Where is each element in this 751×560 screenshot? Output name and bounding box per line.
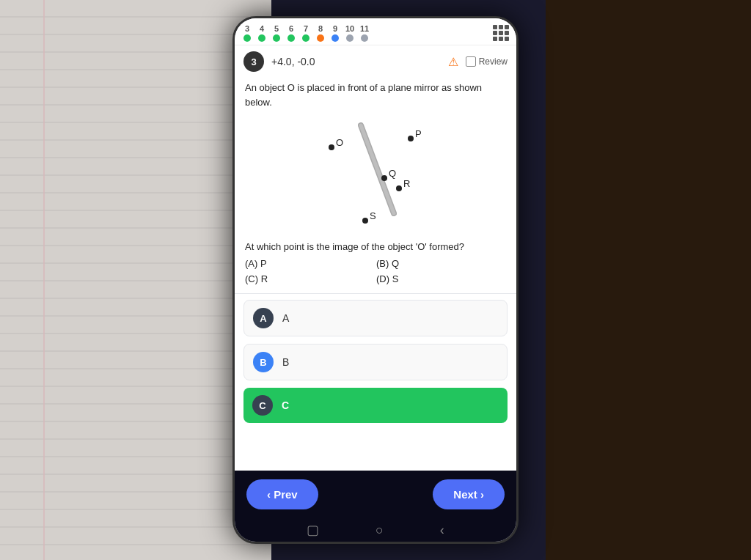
dot-7 <box>302 34 309 42</box>
review-label: Review <box>479 56 508 67</box>
android-home-btn[interactable]: ○ <box>376 523 384 538</box>
nav-dots-bar: 3 4 5 6 7 8 9 <box>235 18 516 45</box>
alert-icon[interactable]: ⚠ <box>448 55 458 69</box>
nav-item-8[interactable]: 8 <box>315 24 326 42</box>
android-back-btn[interactable]: ‹ <box>440 523 444 538</box>
answer-row-A[interactable]: A A <box>243 300 508 336</box>
nav-item-4[interactable]: 4 <box>257 24 267 42</box>
dot-6 <box>287 34 295 42</box>
option-A: (A) P <box>245 257 375 270</box>
phone-frame: 3 4 5 6 7 8 9 <box>232 16 519 544</box>
nav-item-9[interactable]: 9 <box>330 24 340 42</box>
option-B: (B) Q <box>376 257 506 270</box>
nav-item-3[interactable]: 3 <box>242 24 252 42</box>
nav-item-6[interactable]: 6 <box>286 24 296 42</box>
dot-10 <box>346 34 353 42</box>
prev-button[interactable]: ‹ Prev <box>246 479 318 509</box>
option-D: (D) S <box>376 272 506 286</box>
svg-point-7 <box>408 136 414 141</box>
grid-menu-icon[interactable] <box>493 25 509 41</box>
dot-5 <box>273 34 280 42</box>
options-grid: (A) P (B) Q (C) R (D) S <box>235 255 516 287</box>
next-button[interactable]: Next › <box>433 479 505 509</box>
svg-point-5 <box>329 144 334 150</box>
svg-text:R: R <box>403 178 410 189</box>
review-check-box[interactable] <box>466 56 476 67</box>
nav-item-7[interactable]: 7 <box>301 24 311 42</box>
svg-point-9 <box>381 175 387 181</box>
answer-badge-B: B <box>253 352 274 372</box>
nav-item-11[interactable]: 11 <box>359 24 370 42</box>
divider <box>235 293 516 294</box>
svg-text:P: P <box>415 128 422 139</box>
nav-item-5[interactable]: 5 <box>271 24 282 42</box>
bottom-navigation: ‹ Prev Next › <box>235 471 516 518</box>
review-checkbox[interactable]: Review <box>466 56 508 67</box>
question-body-text: An object O is placed in front of a plan… <box>235 78 516 115</box>
option-C: (C) R <box>245 272 375 286</box>
android-recent-btn[interactable]: ▢ <box>307 522 319 538</box>
answer-label-B: B <box>282 356 289 368</box>
svg-point-13 <box>362 218 368 224</box>
dot-8 <box>317 34 324 42</box>
answer-choices: A A B B <box>235 300 516 380</box>
svg-text:S: S <box>370 210 376 221</box>
bg-notebook <box>0 0 271 560</box>
bg-dark <box>546 0 751 560</box>
phone-screen: 3 4 5 6 7 8 9 <box>235 18 516 542</box>
dot-4 <box>258 34 265 42</box>
svg-rect-1 <box>0 0 271 560</box>
answer-badge-C: C <box>252 395 273 416</box>
answer-label-C: C <box>282 399 289 411</box>
dot-3 <box>243 34 251 42</box>
score-display: +4.0, -0.0 <box>271 56 315 67</box>
answer-badge-A: A <box>253 308 274 328</box>
svg-point-11 <box>396 185 402 191</box>
question-header: 3 +4.0, -0.0 ⚠ Review <box>235 45 516 78</box>
answer-label-A: A <box>282 312 289 324</box>
answer-row-C-selected[interactable]: C C <box>243 388 508 423</box>
diagram-svg: O P Q R S <box>287 118 464 235</box>
question-main-text: At which point is the image of the objec… <box>235 238 516 255</box>
answer-row-B[interactable]: B B <box>243 344 508 380</box>
nav-item-10[interactable]: 10 <box>345 24 355 42</box>
svg-text:O: O <box>336 137 343 148</box>
svg-text:Q: Q <box>389 168 396 179</box>
dot-9 <box>331 34 339 42</box>
android-nav-bar: ▢ ○ ‹ <box>235 518 516 542</box>
diagram-container: O P Q R S <box>235 115 516 238</box>
question-number-badge: 3 <box>243 51 264 72</box>
dot-11 <box>361 34 368 42</box>
